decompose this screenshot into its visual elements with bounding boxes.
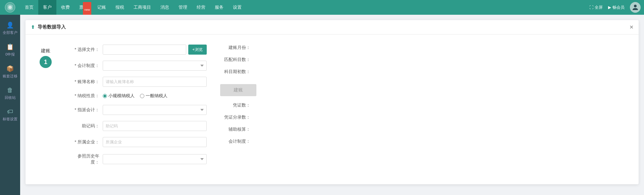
memo-input[interactable] <box>103 121 207 131</box>
file-label: * 选择文件： <box>72 47 99 53</box>
nav-tax[interactable]: 报税 <box>111 0 129 15</box>
history-year-select[interactable] <box>103 154 207 164</box>
sidebar-item-recycle[interactable]: 🗑 回收站 <box>0 83 20 104</box>
memo-label: 助记码： <box>72 123 99 129</box>
step-section: 建账 1 <box>32 45 59 171</box>
voucher-label: 凭证数： <box>220 102 250 108</box>
auxiliary-row: 辅助核算： <box>220 126 301 132</box>
users-icon: 👤 <box>6 21 14 29</box>
nav-operations[interactable]: 经营 <box>192 0 210 15</box>
sidebar-label-declaration: 0申报 <box>5 52 15 57</box>
file-input[interactable] <box>103 45 186 55</box>
nav-home[interactable]: 首页 <box>20 0 38 15</box>
nav-settings[interactable]: 设置 <box>228 0 246 15</box>
small-taxpayer-input[interactable] <box>103 94 107 98</box>
panel-body: 建账 1 * 选择文件： +浏览 * 会计制度： <box>26 35 639 181</box>
nav-services[interactable]: 服务 <box>210 0 228 15</box>
sidebar-label-all-customers: 全部客户 <box>3 30 17 35</box>
sidebar-label-recycle: 回收站 <box>5 95 16 100</box>
company-label: * 所属企业： <box>72 139 99 145</box>
file-input-row: +浏览 <box>103 45 207 55</box>
content-area: ⬆ 导爸数据导入 × 建账 1 * 选择文件： +浏览 <box>20 15 644 195</box>
fullscreen-button[interactable]: ⛶ 全屏 <box>589 5 603 10</box>
main-layout: 👤 全部客户 📋 0申报 📦 账套迁移 🗑 回收站 🏷 标签设置 ⬆ 导爸数据导… <box>0 15 644 195</box>
sidebar: 👤 全部客户 📋 0申报 📦 账套迁移 🗑 回收站 🏷 标签设置 <box>0 15 20 195</box>
nav-fees[interactable]: 收费 <box>56 0 75 15</box>
build-button[interactable]: 建账 <box>220 84 256 96</box>
import-icon: ⬆ <box>31 24 35 30</box>
company-row: * 所属企业： <box>72 137 207 147</box>
migration-icon: 📦 <box>6 65 14 72</box>
trash-icon: 🗑 <box>7 87 13 94</box>
tax-type-radio-group: 小规模纳税人 一般纳税人 <box>103 93 207 99</box>
nav-customers[interactable]: 客户 <box>38 0 56 15</box>
match-subjects-row: 匹配科目数： <box>220 57 301 63</box>
declaration-icon: 📋 <box>6 43 14 51</box>
logo <box>3 1 17 14</box>
small-taxpayer-radio[interactable]: 小规模纳税人 <box>103 93 135 99</box>
top-nav: 首页 客户 收费 票据 new 记账 报税 工商项目 消息 管理 经营 服务 设… <box>0 0 644 15</box>
accounting-system-row: * 会计制度： <box>72 61 207 71</box>
sidebar-item-tags[interactable]: 🏷 标签设置 <box>0 105 20 125</box>
memo-row: 助记码： <box>72 121 207 131</box>
sidebar-item-declaration[interactable]: 📋 0申报 <box>0 40 20 60</box>
play-icon: ▶ <box>608 5 611 10</box>
sidebar-item-all-customers[interactable]: 👤 全部客户 <box>0 18 20 39</box>
ledger-name-row: * 账簿名称： <box>72 77 207 87</box>
general-taxpayer-label: 一般纳税人 <box>146 93 167 99</box>
info-accounting-system-row: 会计制度： <box>220 138 301 144</box>
ledger-name-input[interactable] <box>103 77 207 87</box>
nav-business-projects[interactable]: 工商项目 <box>129 0 156 15</box>
nav-bookkeeping[interactable]: 记账 <box>93 0 111 15</box>
panel-title: 导爸数据导入 <box>38 24 66 30</box>
sidebar-label-migration: 账套迁移 <box>3 74 17 79</box>
info-accounting-system-label: 会计制度： <box>220 138 250 144</box>
accounting-system-label: * 会计制度： <box>72 63 99 69</box>
initial-subjects-row: 科目期初数： <box>220 69 301 75</box>
accountant-label: * 指派会计： <box>72 107 99 113</box>
history-year-label: 参照历史年度： <box>72 153 99 165</box>
sidebar-item-migration[interactable]: 📦 账套迁移 <box>0 62 20 82</box>
info-section: 建账月份： 匹配科目数： 科目期初数： 建账 <box>220 45 301 171</box>
import-panel: ⬆ 导爸数据导入 × 建账 1 * 选择文件： +浏览 <box>26 20 639 184</box>
company-input[interactable] <box>103 137 207 147</box>
voucher-row: 凭证数： <box>220 102 301 108</box>
build-month-label: 建账月份： <box>220 45 250 51</box>
step-label: 建账 <box>41 48 50 54</box>
general-taxpayer-radio[interactable]: 一般纳税人 <box>140 93 167 99</box>
avatar[interactable] <box>630 2 641 13</box>
voucher-entries-row: 凭证分录数： <box>220 114 301 120</box>
match-subjects-label: 匹配科目数： <box>220 57 250 63</box>
nav-messages[interactable]: 消息 <box>156 0 174 15</box>
form-section: * 选择文件： +浏览 * 会计制度： * 账簿名称： <box>72 45 207 171</box>
svg-point-1 <box>8 6 12 9</box>
file-row: * 选择文件： +浏览 <box>72 45 207 55</box>
auxiliary-label: 辅助核算： <box>220 126 250 132</box>
nav-right: ⛶ 全屏 ▶ 畅会员 <box>589 2 641 13</box>
nav-management[interactable]: 管理 <box>174 0 192 15</box>
voucher-entries-label: 凭证分录数： <box>220 114 250 120</box>
initial-subjects-label: 科目期初数： <box>220 69 250 75</box>
sidebar-label-tags: 标签设置 <box>3 117 17 122</box>
history-year-row: 参照历史年度： <box>72 153 207 165</box>
accountant-select[interactable] <box>103 105 207 115</box>
accounting-system-select[interactable] <box>103 61 207 71</box>
small-taxpayer-label: 小规模纳税人 <box>108 93 135 99</box>
tax-type-row: * 纳税性质： 小规模纳税人 一般纳税人 <box>72 93 207 99</box>
member-button[interactable]: ▶ 畅会员 <box>608 5 625 10</box>
close-button[interactable]: × <box>630 24 633 30</box>
svg-point-2 <box>634 5 637 7</box>
ledger-name-label: * 账簿名称： <box>72 79 99 85</box>
panel-header: ⬆ 导爸数据导入 × <box>26 20 639 35</box>
accountant-row: * 指派会计： <box>72 105 207 115</box>
tag-icon: 🏷 <box>7 108 13 115</box>
step-circle: 1 <box>40 56 52 68</box>
fullscreen-icon: ⛶ <box>589 5 593 10</box>
tax-type-label: * 纳税性质： <box>72 93 99 99</box>
nav-invoices[interactable]: 票据 new <box>75 0 93 15</box>
general-taxpayer-input[interactable] <box>140 94 144 98</box>
browse-button[interactable]: +浏览 <box>188 45 207 55</box>
build-month-row: 建账月份： <box>220 45 301 51</box>
